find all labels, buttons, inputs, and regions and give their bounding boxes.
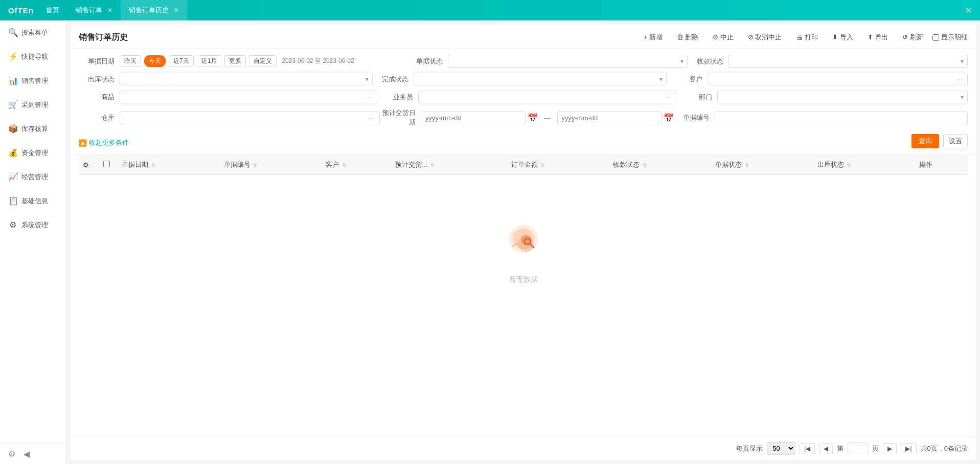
window-close-icon[interactable]: ✕ <box>965 6 972 15</box>
customer-input[interactable] <box>711 73 954 85</box>
sidebar-item-system[interactable]: ⚙ 系统管理 <box>0 213 66 237</box>
product-label: 商品 <box>79 93 120 102</box>
sidebar-item-operations[interactable]: 📈 经营管理 <box>0 165 66 189</box>
date-btn-custom[interactable]: 自定义 <box>249 55 277 67</box>
sidebar-item-inventory[interactable]: 📦 库存核算 <box>0 117 66 141</box>
product-dots[interactable]: ··· <box>364 93 374 101</box>
salesperson-dots[interactable]: ··· <box>663 93 673 101</box>
quick-nav-icon: ⚡ <box>8 52 17 61</box>
empty-illustration <box>498 216 549 267</box>
sidebar-item-purchase[interactable]: 🛒 采购管理 <box>0 93 66 117</box>
cancel-stop-button[interactable]: ⊘ 取消中止 <box>743 31 787 44</box>
export-button[interactable]: ⬆ 导出 <box>862 31 894 44</box>
th-outbound-status[interactable]: 出库状态 ⇅ <box>813 155 916 175</box>
payment-status-label: 收款状态 <box>688 57 728 66</box>
th-settings[interactable]: ⚙ <box>79 155 99 175</box>
calendar-start-icon[interactable]: 📅 <box>528 113 538 123</box>
last-page-btn[interactable]: ▶| <box>901 443 916 454</box>
operations-icon: 📈 <box>8 172 17 182</box>
tab-sales-history-close[interactable]: ✕ <box>174 7 179 14</box>
import-button[interactable]: ⬇ 导入 <box>827 31 858 44</box>
sidebar-item-system-label: 系统管理 <box>21 220 48 230</box>
filter-action-row: 🔼 收起更多条件 查询 设置 <box>79 132 968 148</box>
filter-row-4: 仓库 ··· 预计交货日期 📅 — 📅 单据编号 <box>79 108 968 127</box>
date-btn-today[interactable]: 今天 <box>144 55 166 67</box>
sidebar-item-basic-info-label: 基础信息 <box>21 196 48 206</box>
outbound-status-select-wrapper <box>120 73 373 85</box>
calendar-end-icon[interactable]: 📅 <box>664 113 674 123</box>
outbound-status-select[interactable] <box>120 73 373 85</box>
tab-home[interactable]: 首页 <box>38 0 67 20</box>
date-btn-yesterday[interactable]: 昨天 <box>120 55 141 67</box>
stop-button[interactable]: ⊘ 中止 <box>708 31 739 44</box>
settings-bottom-icon[interactable]: ⚙ <box>8 449 15 459</box>
expected-date-filter-label: 预计交货日期 <box>380 108 421 127</box>
complete-status-select[interactable] <box>414 73 667 85</box>
display-detail-checkbox[interactable] <box>932 34 939 41</box>
refresh-button[interactable]: ↺ 刷新 <box>897 31 928 44</box>
date-btn-7days[interactable]: 近7天 <box>169 55 194 67</box>
th-expected-date[interactable]: 预计交货... ⇅ <box>391 155 507 175</box>
page-input[interactable]: 1 <box>848 443 868 454</box>
th-payment-status[interactable]: 收款状态 ⇅ <box>609 155 711 175</box>
payment-status-select[interactable] <box>728 55 968 68</box>
table-section: ⚙ 单据日期 ⇅ 单据编号 ⇅ <box>71 155 976 436</box>
expected-date-end[interactable] <box>557 112 662 124</box>
filter-row-1: 单据日期 昨天 今天 近7天 近1月 更多 自定义 2023-06-02 至 2… <box>79 55 968 68</box>
total-text: 共0页，0条记录 <box>921 444 968 453</box>
warehouse-input-wrapper: ··· <box>120 112 380 124</box>
th-date[interactable]: 单据日期 ⇅ <box>118 155 220 175</box>
select-all-checkbox[interactable] <box>103 161 110 167</box>
tab-sales-history[interactable]: 销售订单历史 ✕ <box>121 0 187 20</box>
th-number[interactable]: 单据编号 ⇅ <box>220 155 322 175</box>
search-buttons: 查询 设置 <box>911 134 968 148</box>
display-detail-label: 显示明细 <box>941 33 968 42</box>
collapse-sidebar-icon[interactable]: ◀ <box>24 449 30 459</box>
th-order-status[interactable]: 单据状态 ⇅ <box>711 155 813 175</box>
expected-date-start[interactable] <box>421 112 526 124</box>
page-size-select[interactable]: 50 20 100 <box>767 442 795 455</box>
first-page-btn[interactable]: |◀ <box>800 443 815 454</box>
order-number-input[interactable] <box>715 112 968 124</box>
order-status-select[interactable] <box>448 55 687 68</box>
date-btn-more[interactable]: 更多 <box>224 55 246 67</box>
tab-sales-order-close[interactable]: ✕ <box>107 7 112 14</box>
th-number-label: 单据编号 <box>224 161 250 168</box>
sidebar-bottom: ⚙ ◀ <box>0 444 66 464</box>
th-customer[interactable]: 客户 ⇅ <box>322 155 391 175</box>
display-detail-checkbox-label[interactable]: 显示明细 <box>932 33 968 42</box>
warehouse-dots[interactable]: ··· <box>367 114 376 122</box>
tab-bar: 首页 销售订单 ✕ 销售订单历史 ✕ <box>38 0 957 20</box>
date-btn-1month[interactable]: 近1月 <box>197 55 222 67</box>
sidebar-item-search[interactable]: 🔍 搜索菜单 <box>0 20 66 45</box>
next-page-btn[interactable]: ▶ <box>883 443 897 454</box>
settings-filter-button[interactable]: 设置 <box>943 134 968 148</box>
page-unit: 页 <box>872 444 879 453</box>
delete-button[interactable]: 🗑 删除 <box>672 31 704 44</box>
product-input-wrapper: ··· <box>120 91 377 103</box>
search-button[interactable]: 查询 <box>911 134 939 148</box>
warehouse-label: 仓库 <box>79 113 120 122</box>
tab-sales-order-label: 销售订单 <box>76 6 102 15</box>
tab-sales-order[interactable]: 销售订单 ✕ <box>67 0 121 20</box>
sidebar-item-sales[interactable]: 📊 销售管理 <box>0 69 66 93</box>
warehouse-input[interactable] <box>123 112 367 124</box>
department-select[interactable] <box>717 91 968 103</box>
pagination: 每页显示 50 20 100 |◀ ◀ 第 1 页 ▶ ▶| 共0页，0条记录 <box>71 436 976 460</box>
th-amount[interactable]: 订单金额 ⇅ <box>507 155 609 175</box>
toolbar: + 新增 🗑 删除 ⊘ 中止 ⊘ 取消中止 🖨 打印 ⬇ 导入 ⬆ 导出 ↺ 刷… <box>638 31 968 44</box>
filter-row-2: 出库状态 完成状态 客户 ··· <box>79 73 968 85</box>
customer-dots[interactable]: ··· <box>954 75 964 83</box>
sidebar-item-quick-nav[interactable]: ⚡ 快捷导航 <box>0 45 66 69</box>
new-button[interactable]: + 新增 <box>638 31 667 44</box>
sidebar-item-finance[interactable]: 💰 资金管理 <box>0 141 66 165</box>
salesperson-input[interactable] <box>422 91 663 103</box>
collapse-link[interactable]: 🔼 收起更多条件 <box>79 135 129 147</box>
sidebar-item-basic-info[interactable]: 📋 基础信息 <box>0 189 66 213</box>
product-input[interactable] <box>123 91 364 103</box>
date-separator: — <box>540 114 555 122</box>
print-button[interactable]: 🖨 打印 <box>791 31 824 44</box>
prev-page-btn[interactable]: ◀ <box>819 443 833 454</box>
page-label: 第 <box>837 444 844 453</box>
basic-info-icon: 📋 <box>8 196 17 206</box>
